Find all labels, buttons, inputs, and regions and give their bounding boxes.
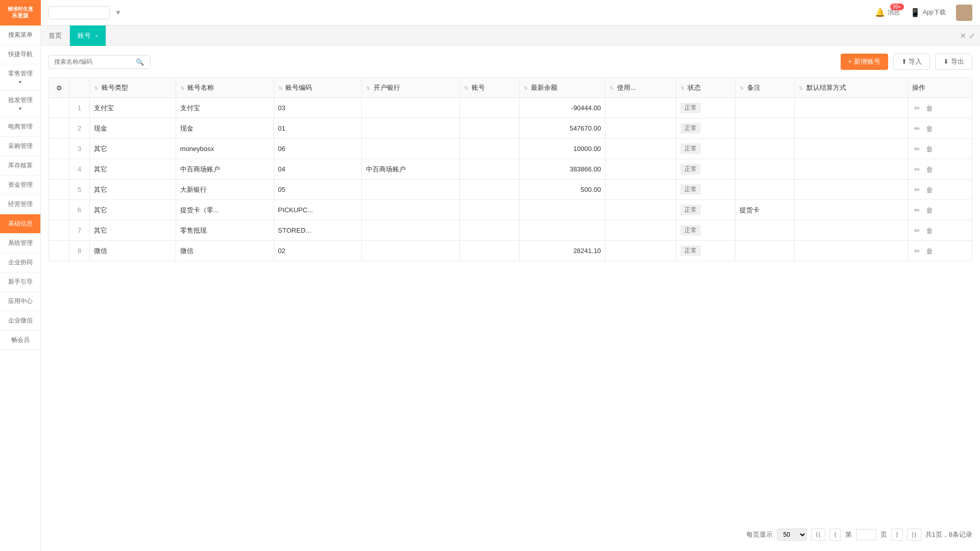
delete-button[interactable]: 🗑 [924,205,935,215]
download-icon: 📱 [910,8,920,17]
edit-button[interactable]: ✏ [912,123,922,134]
close-window-icon[interactable]: ✕ [960,32,966,40]
search-input[interactable] [54,58,136,65]
col-type-header[interactable]: ⇅ 账号类型 [90,78,176,98]
sidebar-item-search-menu[interactable]: 搜索菜单 [0,26,40,45]
edit-button[interactable]: ✏ [912,164,922,174]
row-type-cell: 其它 [90,159,176,180]
search-icon[interactable]: 🔍 [136,58,144,66]
col-name-header[interactable]: ⇅ 账号名称 [176,78,274,98]
sidebar: 精准时生意 乐意版 搜索菜单 快捷导航 零售管理 ▾ 批发管理 ▾ 电商管理 采… [0,0,41,551]
table-row: 7 其它 零售抵现 STORED... 正常 ✏ 🗑 [49,220,972,241]
col-usage-header[interactable]: ⇅ 使用... [605,78,676,98]
chevron-down-icon[interactable]: ▼ [115,9,121,16]
sidebar-item-ecommerce-mgmt[interactable]: 电商管理 [0,117,40,137]
delete-button[interactable]: 🗑 [924,164,935,174]
row-account-cell [460,200,519,220]
sidebar-item-app-center[interactable]: 应用中心 [0,292,40,311]
maximize-icon[interactable]: ⤢ [969,32,975,40]
delete-button[interactable]: 🗑 [924,226,935,236]
edit-button[interactable]: ✏ [912,144,922,154]
logo-line1: 精准时生意 [8,6,33,12]
user-avatar[interactable] [956,5,972,21]
edit-button[interactable]: ✏ [912,226,922,236]
notification-btn[interactable]: 🔔 99+ 消息 [875,8,900,17]
page-last-btn[interactable]: ⟩⟩ [907,529,921,541]
row-default-settle-cell [795,118,908,139]
sidebar-item-new-guide[interactable]: 新手引导 [0,272,40,292]
col-balance-header[interactable]: ⇅ 最新余额 [519,78,605,98]
edit-button[interactable]: ✏ [912,246,922,256]
row-settings-cell [49,241,69,261]
delete-button[interactable]: 🗑 [924,144,935,154]
edit-button[interactable]: ✏ [912,103,922,113]
download-label: App下载 [923,8,946,17]
sidebar-item-label: 企业协同 [3,258,38,267]
download-btn[interactable]: 📱 App下载 [910,8,946,17]
sidebar-item-wholesale-mgmt[interactable]: 批发管理 ▾ [0,91,40,117]
per-page-select[interactable]: 50 20 100 [777,529,807,541]
row-balance-cell: 10000.00 [519,139,605,159]
sidebar-item-enterprise-wechat[interactable]: 企业微信 [0,311,40,331]
row-code-cell: PICKUPC... [274,200,362,220]
sidebar-item-finance-mgmt[interactable]: 资金管理 [0,176,40,195]
sidebar-item-inventory-check[interactable]: 库存核算 [0,156,40,176]
app-logo: 精准时生意 乐意版 [0,0,41,26]
sidebar-item-enterprise-agreement[interactable]: 企业协同 [0,253,40,272]
total-info: 共1页，8条记录 [925,530,972,539]
col-code-header[interactable]: ⇅ 账号编码 [274,78,362,98]
add-account-button[interactable]: + 新增账号 [841,54,888,70]
logo-line2: 乐意版 [8,12,33,19]
tab-home[interactable]: 首页 [41,26,70,46]
header-right: 🔔 99+ 消息 📱 App下载 [875,5,972,21]
sidebar-item-label: 应用中心 [3,297,38,306]
header-search-input[interactable] [48,6,110,19]
chevron-down-icon: ▾ [19,106,21,111]
sidebar-item-vip-member[interactable]: 畅会员 [0,331,40,350]
row-status-cell: 正常 [676,139,735,159]
col-settings-header[interactable]: ⚙ [49,78,69,98]
row-default-settle-cell [795,139,908,159]
sidebar-item-purchase-mgmt[interactable]: 采购管理 [0,137,40,156]
sidebar-item-system-mgmt[interactable]: 系统管理 [0,234,40,253]
edit-button[interactable]: ✏ [912,185,922,195]
page-prev-btn[interactable]: ⟨ [829,529,841,541]
col-bank-header[interactable]: ⇅ 开户银行 [362,78,460,98]
col-status-header[interactable]: ⇅ 状态 [676,78,735,98]
export-button[interactable]: ⬇ 导出 [935,54,972,70]
page-number-input[interactable]: 1 [856,529,876,540]
row-remark-cell [735,180,794,200]
sidebar-item-retail-mgmt[interactable]: 零售管理 ▾ [0,64,40,91]
status-badge: 正常 [680,184,701,195]
sidebar-item-basic-info[interactable]: 基础信息 [0,214,40,234]
row-usage-cell [605,241,676,261]
sidebar-item-operations-mgmt[interactable]: 经营管理 [0,195,40,214]
tab-account[interactable]: 账号 × [70,26,106,46]
delete-button[interactable]: 🗑 [924,185,935,195]
sidebar-item-quick-nav[interactable]: 快捷导航 [0,45,40,64]
col-account-header[interactable]: ⇅ 账号 [460,78,519,98]
delete-button[interactable]: 🗑 [924,123,935,134]
delete-button[interactable]: 🗑 [924,103,935,113]
row-remark-cell [735,241,794,261]
tab-close-icon[interactable]: × [95,33,98,39]
per-page-label: 每页显示 [746,530,773,539]
row-bank-cell [362,118,460,139]
col-remark-header[interactable]: ⇅ 备注 [735,78,794,98]
table-row: 1 支付宝 支付宝 03 -90444.00 正常 ✏ 🗑 [49,98,972,118]
page-next-btn[interactable]: ⟩ [891,529,903,541]
row-default-settle-cell [795,180,908,200]
row-status-cell: 正常 [676,180,735,200]
edit-button[interactable]: ✏ [912,205,922,215]
col-default-settle-header[interactable]: ⇅ 默认结算方式 [795,78,908,98]
delete-button[interactable]: 🗑 [924,246,935,256]
page-first-btn[interactable]: ⟨⟨ [811,529,825,541]
row-code-cell: 06 [274,139,362,159]
status-badge: 正常 [680,103,701,113]
table-row: 2 现金 现金 01 547670.00 正常 ✏ 🗑 [49,118,972,139]
row-balance-cell: 383866.00 [519,159,605,180]
row-remark-cell [735,159,794,180]
row-account-cell [460,118,519,139]
row-type-cell: 其它 [90,220,176,241]
import-button[interactable]: ⬆ 导入 [893,54,930,70]
